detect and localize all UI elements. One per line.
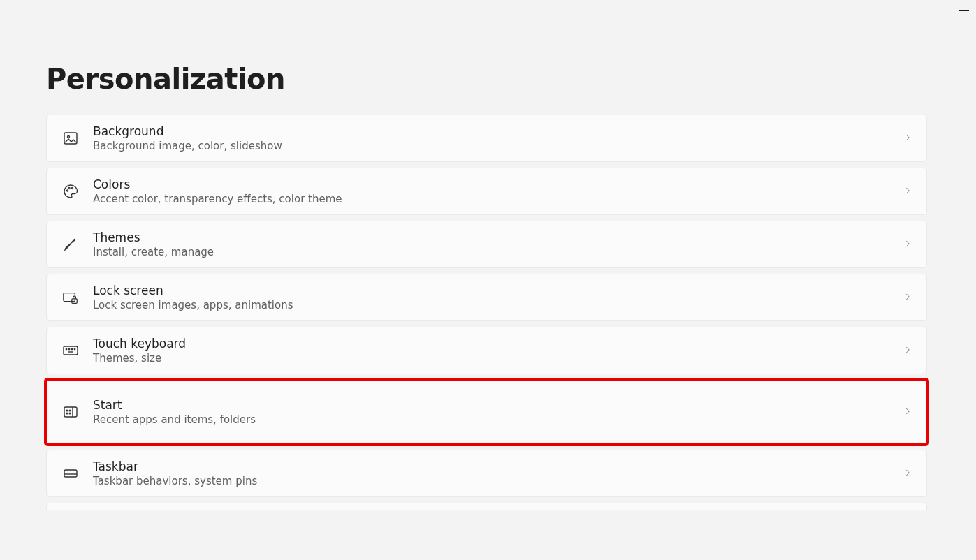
svg-point-1: [68, 136, 70, 138]
chevron-right-icon: [903, 185, 912, 198]
svg-point-16: [69, 413, 71, 414]
chevron-right-icon: [903, 344, 912, 358]
chevron-right-icon: [903, 291, 912, 304]
chevron-right-icon: [903, 132, 912, 145]
taskbar-icon: [62, 465, 93, 482]
image-icon: [62, 130, 93, 147]
svg-point-8: [66, 348, 66, 349]
svg-point-10: [71, 348, 72, 349]
item-desc: Taskbar behaviors, system pins: [93, 475, 903, 487]
chevron-right-icon: [903, 467, 912, 480]
settings-list: Background Background image, color, slid…: [46, 115, 927, 510]
item-title: Lock screen: [93, 283, 903, 297]
item-title: Themes: [93, 230, 903, 244]
svg-rect-0: [64, 133, 77, 144]
setting-item-next[interactable]: [46, 503, 927, 510]
svg-point-9: [68, 348, 69, 349]
item-title: Background: [93, 124, 903, 138]
item-desc: Background image, color, slideshow: [93, 140, 903, 152]
svg-point-15: [66, 413, 68, 414]
setting-item-taskbar[interactable]: Taskbar Taskbar behaviors, system pins: [46, 450, 927, 497]
setting-item-lock-screen[interactable]: Lock screen Lock screen images, apps, an…: [46, 274, 927, 321]
brush-icon: [62, 236, 93, 253]
setting-item-touch-keyboard[interactable]: Touch keyboard Themes, size: [46, 327, 927, 374]
chevron-right-icon: [903, 406, 912, 419]
minimize-button[interactable]: [959, 10, 969, 11]
item-desc: Install, create, manage: [93, 246, 903, 258]
keyboard-icon: [62, 342, 93, 359]
setting-item-colors[interactable]: Colors Accent color, transparency effect…: [46, 168, 927, 215]
item-title: Taskbar: [93, 459, 903, 473]
svg-point-2: [67, 190, 68, 191]
item-title: Touch keyboard: [93, 337, 903, 351]
chevron-right-icon: [903, 238, 912, 251]
item-desc: Lock screen images, apps, animations: [93, 299, 903, 311]
svg-point-11: [74, 348, 75, 349]
item-title: Colors: [93, 177, 903, 191]
setting-item-start[interactable]: Start Recent apps and items, folders: [46, 380, 927, 444]
svg-rect-12: [64, 407, 77, 417]
svg-point-4: [72, 188, 73, 189]
start-icon: [62, 404, 93, 420]
page-title: Personalization: [46, 63, 927, 95]
svg-point-14: [69, 410, 71, 411]
lockscreen-icon: [62, 289, 93, 306]
svg-point-13: [66, 410, 68, 411]
item-desc: Accent color, transparency effects, colo…: [93, 193, 903, 205]
personalization-page: Personalization Background Background im…: [0, 0, 976, 510]
svg-rect-7: [64, 346, 78, 355]
svg-rect-17: [64, 470, 77, 477]
svg-point-3: [68, 188, 70, 189]
palette-icon: [62, 183, 93, 200]
setting-item-themes[interactable]: Themes Install, create, manage: [46, 221, 927, 268]
item-title: Start: [93, 398, 903, 412]
item-desc: Themes, size: [93, 352, 903, 364]
setting-item-background[interactable]: Background Background image, color, slid…: [46, 115, 927, 162]
item-desc: Recent apps and items, folders: [93, 413, 903, 426]
